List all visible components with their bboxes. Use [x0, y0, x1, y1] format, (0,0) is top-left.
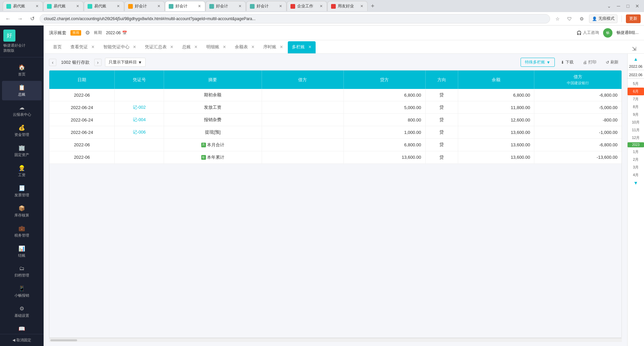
- period-value: 2022-06 📅: [106, 31, 127, 35]
- tab-detail-ledger-close[interactable]: ✕: [223, 45, 226, 49]
- browser-tab-2[interactable]: 易代账 ✕: [43, 1, 84, 11]
- tab-journal-close[interactable]: ✕: [280, 45, 283, 49]
- tab-journal[interactable]: 序时账 ✕: [259, 41, 287, 53]
- tab-close-6[interactable]: ✕: [238, 3, 242, 9]
- cancel-fixed-button[interactable]: ◀ 取消固定: [3, 338, 40, 343]
- timeline-month-11[interactable]: 11月: [628, 126, 644, 134]
- timeline-year-2023[interactable]: 2023: [628, 142, 644, 147]
- cell-voucher-3[interactable]: 记-004: [115, 114, 164, 126]
- sidebar-item-expense[interactable]: 📱 小畅报销: [2, 282, 42, 301]
- tab-summary-close[interactable]: ✕: [170, 45, 173, 49]
- prev-account-button[interactable]: ‹: [49, 59, 56, 66]
- sidebar-item-assets[interactable]: 🏢 固定资产: [2, 141, 42, 161]
- sidebar-item-archive[interactable]: 🗂 归档管理: [2, 262, 42, 281]
- tab-summary[interactable]: 凭证汇总表 ✕: [141, 41, 177, 53]
- wuhen-mode-button[interactable]: 👤 无痕模式: [589, 14, 618, 23]
- tab-voucher[interactable]: 查看凭证 ✕: [66, 41, 99, 53]
- tab-voucher-close[interactable]: ✕: [91, 45, 95, 49]
- timeline-month-6[interactable]: 6月: [628, 88, 644, 95]
- cell-voucher-2[interactable]: 记-002: [115, 101, 164, 114]
- main-content: 演示账套 禁用 ⚙ 账期 2022-06 📅 🎧 人工咨询 畅 畅捷通B组...…: [44, 26, 644, 346]
- tab-close-1[interactable]: ✕: [35, 3, 39, 9]
- tab-balance-close[interactable]: ✕: [251, 45, 255, 49]
- tab-smart-voucher-close[interactable]: ✕: [133, 45, 136, 49]
- update-button[interactable]: 更新: [626, 14, 641, 23]
- reload-button[interactable]: ↺: [28, 14, 37, 23]
- calendar-icon[interactable]: 📅: [122, 31, 127, 35]
- tab-close-8[interactable]: ✕: [319, 3, 323, 9]
- cell-extra-1: -6,800.00: [534, 89, 622, 101]
- tab-list-button[interactable]: ⌄: [605, 2, 613, 10]
- sidebar-item-label-invoice: 发票管理: [14, 193, 29, 198]
- timeline-month-8[interactable]: 8月: [628, 103, 644, 111]
- browser-tab-3[interactable]: 易代账 ✕: [84, 1, 124, 11]
- extension-icon[interactable]: ⚙: [577, 14, 586, 23]
- browser-tab-9[interactable]: 用友好业 ✕: [327, 1, 368, 11]
- special-multi-ledger-button[interactable]: 特殊多栏账 ▼: [521, 58, 555, 67]
- timeline-month-10[interactable]: 10月: [628, 118, 644, 126]
- sidebar-item-funds[interactable]: 💰 资金管理: [2, 121, 42, 141]
- scrollbar-thumb[interactable]: [50, 339, 77, 341]
- tab-close-9[interactable]: ✕: [360, 3, 364, 9]
- sidebar-item-payroll[interactable]: 👷 工资: [2, 161, 42, 181]
- account-badge[interactable]: 禁用: [70, 30, 81, 36]
- tab-smart-voucher[interactable]: 智能凭证中心 ✕: [99, 41, 140, 53]
- print-button[interactable]: 🖨 打印: [580, 58, 600, 66]
- timeline-month-2023-4[interactable]: 4月: [628, 171, 644, 179]
- timeline-month-9[interactable]: 9月: [628, 111, 644, 118]
- back-button[interactable]: ←: [3, 14, 13, 23]
- tab-home[interactable]: 首页: [49, 41, 66, 53]
- download-button[interactable]: ⬇ 下载: [557, 58, 577, 66]
- maximize-button[interactable]: □: [624, 2, 632, 10]
- sidebar-item-closing[interactable]: 📊 结账: [2, 242, 42, 261]
- tab-close-7[interactable]: ✕: [278, 3, 283, 9]
- tab-general-ledger[interactable]: 总账 ✕: [178, 41, 202, 53]
- next-account-button[interactable]: ›: [94, 59, 102, 66]
- tab-close-3[interactable]: ✕: [116, 3, 120, 9]
- sidebar-item-invoice[interactable]: 🧾 发票管理: [2, 182, 42, 201]
- address-input[interactable]: cloud2.chanjet.com/accounting/uh26t264j5…: [40, 14, 550, 23]
- new-tab-button[interactable]: +: [368, 1, 377, 11]
- browser-tab-5[interactable]: 好会计 ✕: [165, 1, 205, 11]
- timeline-month-2023-1[interactable]: 1月: [628, 148, 644, 156]
- browser-tab-8[interactable]: 企业工作 ✕: [287, 1, 327, 11]
- timeline-month-7[interactable]: 7月: [628, 95, 644, 103]
- bookmark-icon[interactable]: ☆: [553, 14, 562, 23]
- user-avatar[interactable]: 畅: [603, 28, 612, 38]
- sidebar-item-tax[interactable]: 💼 税务管理: [2, 222, 42, 241]
- cell-voucher-4[interactable]: 记-006: [115, 126, 164, 139]
- horizontal-scrollbar[interactable]: [49, 338, 622, 342]
- sidebar-item-home[interactable]: 🏠 首页: [2, 61, 42, 80]
- tab-balance[interactable]: 余额表 ✕: [231, 41, 259, 53]
- tab-close-4[interactable]: ✕: [157, 3, 161, 9]
- browser-tab-4[interactable]: 好会计 ✕: [124, 1, 165, 11]
- filter-dropdown[interactable]: 只显示下级科目 ▼: [105, 58, 146, 67]
- forward-button[interactable]: →: [15, 14, 25, 23]
- tab-collapse-button[interactable]: ⇲: [629, 44, 639, 53]
- tab-multi-ledger[interactable]: 多栏账 ✕: [288, 41, 316, 53]
- sidebar-item-guide[interactable]: 📖 新手引导: [2, 322, 42, 334]
- timeline-scroll-up[interactable]: ▲: [632, 55, 640, 63]
- browser-tab-7[interactable]: 好会计 ✕: [246, 1, 286, 11]
- browser-tab-1[interactable]: 易代账 ✕: [3, 1, 43, 11]
- consult-button[interactable]: 🎧 人工咨询: [577, 30, 599, 36]
- tab-detail-ledger[interactable]: 明细账 ✕: [202, 41, 230, 53]
- minimize-button[interactable]: ─: [614, 2, 623, 10]
- tab-general-ledger-close[interactable]: ✕: [194, 45, 198, 49]
- account-settings-icon[interactable]: ⚙: [85, 30, 90, 36]
- timeline-month-12[interactable]: 12月: [628, 134, 644, 142]
- sidebar-item-inventory[interactable]: 📦 库存核算: [2, 202, 42, 221]
- sidebar-item-settings[interactable]: ⚙ 基础设置: [2, 302, 42, 322]
- timeline-month-2023-2[interactable]: 2月: [628, 156, 644, 163]
- timeline-scroll-down[interactable]: ▼: [632, 179, 640, 187]
- sidebar-item-cloud[interactable]: ☁ 云报表中心: [2, 101, 42, 120]
- tab-close-5[interactable]: ✕: [197, 3, 202, 9]
- close-window-button[interactable]: ✕: [633, 2, 641, 10]
- timeline-month-5[interactable]: 5月: [628, 80, 644, 88]
- timeline-month-2023-3[interactable]: 3月: [628, 163, 644, 171]
- tab-close-2[interactable]: ✕: [75, 3, 80, 9]
- refresh-button[interactable]: ↺ 刷新: [602, 58, 622, 66]
- tab-multi-ledger-close[interactable]: ✕: [308, 45, 312, 49]
- sidebar-item-ledger[interactable]: 📋 总账: [2, 81, 42, 100]
- browser-tab-6[interactable]: 好会计 ✕: [206, 1, 246, 11]
